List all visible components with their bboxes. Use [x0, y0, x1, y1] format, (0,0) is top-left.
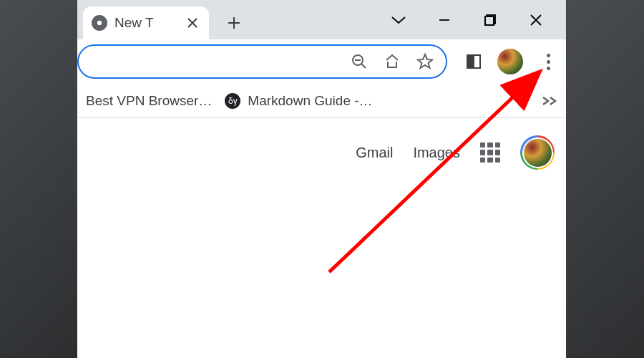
new-tab-button[interactable]	[220, 9, 248, 37]
bookmark-label: Markdown Guide -…	[248, 93, 372, 109]
images-link[interactable]: Images	[413, 145, 460, 161]
toolbar	[77, 39, 566, 84]
bookmarks-overflow-icon[interactable]	[542, 92, 557, 110]
svg-rect-5	[467, 55, 474, 68]
minimize-button[interactable]	[421, 0, 467, 39]
bookmark-star-icon[interactable]	[416, 52, 434, 71]
close-tab-icon[interactable]	[185, 15, 200, 31]
chrome-browser-window: New T	[77, 0, 566, 358]
browser-tab[interactable]: New T	[83, 6, 209, 39]
window-controls	[376, 0, 566, 39]
tab-search-button[interactable]	[376, 0, 421, 39]
desktop-background-left	[0, 0, 77, 358]
account-avatar[interactable]	[520, 135, 555, 170]
avatar-image	[524, 139, 552, 167]
content-top-nav: Gmail Images	[356, 135, 555, 170]
side-panel-icon[interactable]	[464, 52, 483, 71]
profile-avatar-icon[interactable]	[497, 49, 523, 74]
bookmark-markdown[interactable]: δγ Markdown Guide -…	[225, 93, 372, 109]
maximize-button[interactable]	[467, 0, 513, 39]
three-dot-menu-button[interactable]	[537, 49, 559, 74]
desktop-background-right	[567, 0, 644, 358]
share-icon[interactable]	[383, 52, 401, 71]
gmail-link[interactable]: Gmail	[356, 145, 393, 161]
address-bar[interactable]	[77, 44, 447, 79]
bookmark-vpn[interactable]: Best VPN Browser…	[86, 93, 212, 109]
bookmark-favicon-icon: δγ	[225, 93, 240, 109]
close-window-button[interactable]	[513, 0, 559, 39]
bookmark-label: Best VPN Browser…	[86, 93, 212, 109]
tab-title: New T	[114, 15, 177, 31]
tab-strip: New T	[77, 0, 566, 39]
chrome-logo-icon	[92, 15, 107, 31]
zoom-icon[interactable]	[350, 52, 369, 71]
svg-rect-1	[485, 16, 494, 25]
google-apps-icon[interactable]	[480, 142, 500, 163]
new-tab-page: Gmail Images	[77, 118, 566, 358]
bookmarks-bar: Best VPN Browser… δγ Markdown Guide -…	[77, 84, 566, 118]
